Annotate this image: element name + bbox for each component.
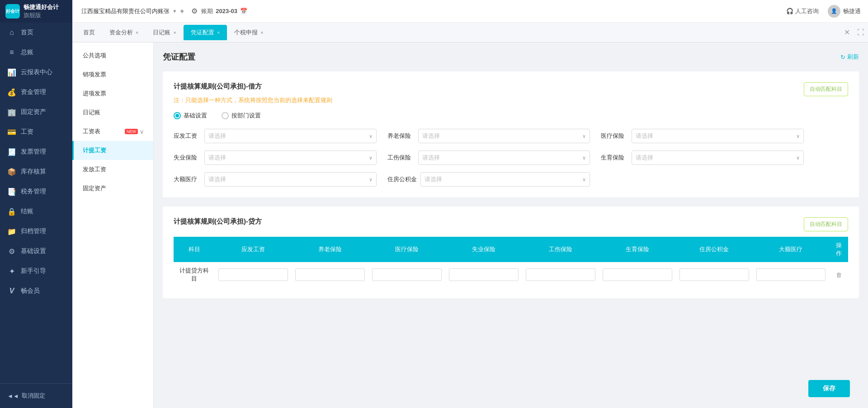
debit-section-title: 计提核算规则(公司承担)-借方	[174, 82, 804, 91]
input-medical[interactable]	[372, 268, 442, 281]
app-container: 好会计 畅捷通好会计 旗舰版 江西服宝精品有限责任公司内账张 ▾ + ⚙ 账期 …	[0, 0, 868, 408]
td-pension-input[interactable]	[292, 262, 368, 287]
td-medical-input[interactable]	[368, 262, 445, 287]
refresh-label: 刷新	[847, 53, 859, 61]
nav-accrue-salary-label: 计提工资	[83, 147, 106, 154]
pin-icon: ◄◄	[7, 393, 19, 399]
company-selector[interactable]: 江西服宝精品有限责任公司内账张 ▾	[81, 7, 176, 15]
input-housing-fund[interactable]	[679, 268, 749, 281]
input-pension[interactable]	[295, 268, 365, 281]
nav-fixed-assets[interactable]: 固定资产	[72, 179, 153, 198]
sidebar-item-inventory[interactable]: 📦 库存核算	[0, 162, 72, 182]
select-maternity[interactable]: 请选择 ∨	[632, 150, 804, 165]
nav-public[interactable]: 公共选项	[72, 46, 153, 65]
debit-section-header: 计提核算规则(公司承担)-借方 注：只能选择一种方式，系统将按照您当前的选择来配…	[174, 82, 848, 187]
sidebar-item-salary[interactable]: 💳 工资	[0, 122, 72, 142]
td-housing-fund-input[interactable]	[676, 262, 753, 287]
archive-icon: 📁	[7, 227, 16, 236]
credit-section-title: 计提核算规则(公司承担)-贷方	[174, 217, 804, 226]
label-major-medical: 大额医疗	[174, 175, 201, 183]
nav-issue-salary-label: 发放工资	[83, 166, 106, 173]
nav-salary-table[interactable]: 工资表 NEW ∨	[72, 122, 153, 141]
select-base-salary[interactable]: 请选择 ∨	[204, 129, 377, 143]
company-name: 江西服宝精品有限责任公司内账张	[81, 7, 170, 15]
nav-journal[interactable]: 日记账	[72, 103, 153, 122]
input-unemployment[interactable]	[449, 268, 519, 281]
member-icon: V	[7, 286, 16, 295]
td-major-medical-input[interactable]	[753, 262, 830, 287]
sidebar-item-member[interactable]: V 畅会员	[0, 281, 72, 301]
tab-journal[interactable]: 日记账 ×	[146, 25, 183, 40]
sidebar-item-guide[interactable]: ✦ 新手引导	[0, 261, 72, 281]
page-title: 凭证配置	[163, 52, 195, 62]
tab-home[interactable]: 首页	[76, 25, 102, 40]
tab-close-icon[interactable]: ✕	[844, 28, 850, 37]
sidebar-item-archive[interactable]: 📁 归档管理	[0, 221, 72, 241]
save-button[interactable]: 保存	[808, 380, 850, 397]
td-delete-operation[interactable]: 🗑	[829, 262, 848, 287]
select-base-salary-value: 请选择	[208, 132, 226, 140]
sidebar-item-invoice[interactable]: 🧾 发票管理	[0, 142, 72, 162]
tab-maximize-icon[interactable]: ⛶	[857, 28, 864, 37]
refresh-button[interactable]: ↻ 刷新	[840, 53, 859, 61]
select-unemployment-arrow: ∨	[369, 155, 373, 161]
debit-auto-match-button[interactable]: 自动匹配科目	[804, 82, 848, 96]
tab-funds-analysis-close[interactable]: ×	[136, 30, 138, 35]
select-unemployment[interactable]: 请选择 ∨	[204, 150, 377, 165]
select-major-medical[interactable]: 请选择 ∨	[204, 172, 377, 187]
nav-sales[interactable]: 销项发票	[72, 65, 153, 84]
td-injury-input[interactable]	[522, 262, 599, 287]
radio-basic[interactable]: 基础设置	[174, 112, 207, 120]
select-housing-fund[interactable]: 请选择 ∨	[420, 172, 590, 187]
tab-voucher-config[interactable]: 凭证配置 ×	[184, 25, 227, 40]
credit-section: 计提核算规则(公司承担)-贷方 自动匹配科目 科目 应发工资 养老保险	[163, 206, 859, 298]
calendar-icon[interactable]: 📅	[240, 8, 247, 14]
select-injury[interactable]: 请选择 ∨	[418, 150, 590, 165]
headset-icon: 🎧	[786, 8, 793, 14]
nav-accrue-salary[interactable]: 计提工资	[72, 141, 153, 160]
cancel-fixed-button[interactable]: ◄◄ 取消固定	[0, 387, 72, 404]
label-medical: 医疗保险	[601, 132, 628, 140]
home-icon: ⌂	[7, 28, 16, 37]
td-maternity-input[interactable]	[599, 262, 676, 287]
tab-funds-analysis[interactable]: 资金分析 ×	[102, 25, 146, 40]
sidebar-item-close[interactable]: 🔒 结账	[0, 202, 72, 221]
label-housing-fund: 住房公积金	[387, 175, 417, 183]
tab-journal-close[interactable]: ×	[173, 30, 176, 35]
td-unemployment-input[interactable]	[445, 262, 522, 287]
sidebar-item-reports[interactable]: 📊 云报表中心	[0, 62, 72, 82]
radio-department[interactable]: 按部门设置	[222, 112, 261, 120]
form-item-maternity: 生育保险 请选择 ∨	[601, 150, 804, 165]
sidebar-item-funds[interactable]: 💰 资金管理	[0, 82, 72, 102]
td-base-salary-input[interactable]	[215, 262, 292, 287]
nav-purchase[interactable]: 进项发票	[72, 84, 153, 103]
select-medical[interactable]: 请选择 ∨	[632, 129, 804, 143]
tax-icon: 📑	[7, 187, 16, 196]
tab-voucher-config-close[interactable]: ×	[217, 30, 220, 35]
radio-group: 基础设置 按部门设置	[174, 112, 804, 120]
credit-table: 科目 应发工资 养老保险 医疗保险 失业保险 工伤保险 生育保险 住房公积金 大…	[174, 237, 848, 287]
sidebar-label-guide: 新手引导	[21, 267, 46, 275]
nav-issue-salary[interactable]: 发放工资	[72, 160, 153, 179]
tab-tax-report-label: 个税申报	[234, 28, 258, 37]
credit-auto-match-button[interactable]: 自动匹配科目	[804, 217, 848, 231]
logo-subtitle: 旗舰版	[24, 11, 59, 19]
input-maternity[interactable]	[603, 268, 672, 281]
sidebar-item-ledger[interactable]: ≡ 总账	[0, 42, 72, 62]
sidebar-item-tax[interactable]: 📑 税务管理	[0, 182, 72, 202]
settings-icon-button[interactable]: ⚙	[188, 7, 201, 15]
input-injury[interactable]	[526, 268, 595, 281]
input-base-salary[interactable]	[218, 268, 288, 281]
select-housing-fund-arrow: ∨	[582, 177, 586, 183]
input-major-medical[interactable]	[756, 268, 826, 281]
select-pension[interactable]: 请选择 ∨	[418, 129, 590, 143]
sidebar-item-assets[interactable]: 🏢 固定资产	[0, 102, 72, 122]
sidebar-item-home[interactable]: ⌂ 首页	[0, 23, 72, 42]
add-button[interactable]: +	[176, 7, 188, 15]
tab-tax-report-close[interactable]: ×	[260, 30, 263, 35]
sidebar-item-settings[interactable]: ⚙ 基础设置	[0, 241, 72, 261]
tab-tax-report[interactable]: 个税申报 ×	[227, 25, 270, 40]
consult-button[interactable]: 🎧 人工咨询	[786, 7, 819, 15]
nav-sales-label: 销项发票	[83, 71, 106, 78]
select-base-salary-arrow: ∨	[369, 133, 373, 139]
